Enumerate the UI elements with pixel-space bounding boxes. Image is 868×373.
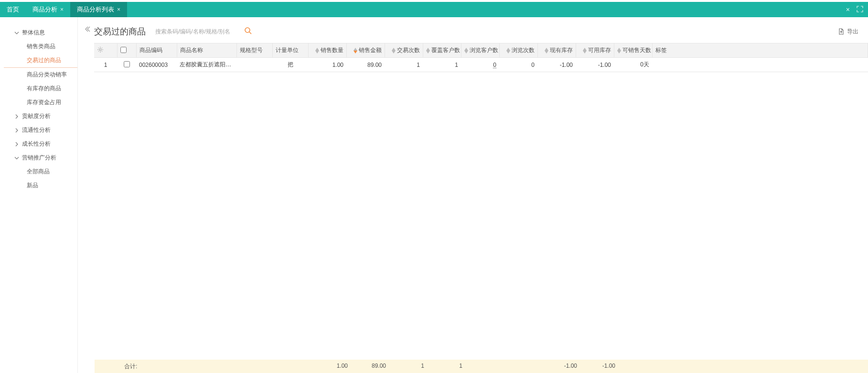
- cell-spec: [236, 58, 272, 72]
- footer-avail: -1.00: [580, 362, 618, 370]
- fullscreen-icon[interactable]: [857, 6, 863, 14]
- data-table: 商品编码 商品名称 规格型号 计量单位 销售数量 销售金额 交易次数 覆盖客户数…: [94, 43, 868, 72]
- chevron-right-icon: [14, 128, 19, 133]
- svg-point-0: [245, 28, 250, 32]
- sidebar-item-all-products[interactable]: 全部商品: [4, 165, 77, 179]
- summary-footer: 合计: 1.00 89.00 1 1 -1.00 -1.00: [95, 360, 868, 373]
- search-input[interactable]: [154, 26, 240, 37]
- col-cust[interactable]: 覆盖客户数: [423, 43, 461, 58]
- col-browse-cnt[interactable]: 浏览次数: [499, 43, 537, 58]
- page-title: 交易过的商品: [94, 26, 146, 37]
- export-icon: [838, 28, 845, 35]
- sidebar-group-overview[interactable]: 整体信息: [4, 26, 77, 40]
- sidebar-group-label: 成长性分析: [22, 140, 51, 148]
- sort-icon: [617, 48, 621, 53]
- sidebar-group-label: 整体信息: [22, 29, 45, 37]
- sidebar: 整体信息 销售类商品 交易过的商品 商品分类动销率 有库存的商品 库存资金占用 …: [4, 17, 78, 373]
- sidebar-group-label: 贡献度分析: [22, 112, 51, 120]
- sidebar-group-growth[interactable]: 成长性分析: [4, 137, 77, 151]
- col-settings[interactable]: [94, 43, 117, 58]
- close-icon[interactable]: ×: [60, 2, 64, 17]
- sidebar-group-marketing[interactable]: 营销推广分析: [4, 151, 77, 165]
- col-avail[interactable]: 可用库存: [576, 43, 614, 58]
- col-stock[interactable]: 现有库存: [537, 43, 576, 58]
- cell-cust: 1: [423, 58, 461, 72]
- gear-icon: [97, 48, 104, 54]
- sidebar-group-label: 营销推广分析: [22, 154, 56, 162]
- cell-name: 左都胶囊五折遮阳伞防晒伞;: [177, 58, 236, 72]
- sidebar-group-liquidity[interactable]: 流通性分析: [4, 123, 77, 137]
- svg-point-2: [99, 49, 101, 51]
- sidebar-item-sales-products[interactable]: 销售类商品: [4, 40, 77, 53]
- tab-product-analysis[interactable]: 商品分析×: [26, 2, 70, 17]
- row-checkbox[interactable]: [124, 61, 130, 67]
- cell-tag: [652, 58, 868, 72]
- cell-days: 0天: [614, 58, 652, 72]
- sidebar-item-new-products[interactable]: 新品: [4, 179, 77, 192]
- sort-icon: [315, 48, 319, 53]
- col-code[interactable]: 商品编码: [136, 43, 177, 58]
- cell-checkbox[interactable]: [117, 58, 136, 72]
- sort-icon: [464, 48, 468, 53]
- col-qty[interactable]: 销售数量: [308, 43, 346, 58]
- col-browse-cust[interactable]: 浏览客户数: [461, 43, 499, 58]
- cell-qty: 1.00: [308, 58, 346, 72]
- sort-icon: [426, 48, 430, 53]
- export-button[interactable]: 导出: [838, 28, 858, 36]
- cell-amount: 89.00: [346, 58, 385, 72]
- chevron-down-icon: [14, 31, 19, 35]
- tab-bar: 首页 商品分析× 商品分析列表× ×: [0, 2, 868, 17]
- sidebar-item-stock-funds[interactable]: 库存资金占用: [4, 96, 77, 109]
- col-name[interactable]: 商品名称: [177, 43, 236, 58]
- footer-cust: 1: [427, 362, 465, 370]
- cell-stock: -1.00: [537, 58, 576, 72]
- footer-stock: -1.00: [542, 362, 580, 370]
- sort-icon: [392, 48, 396, 53]
- footer-qty: 1.00: [312, 362, 351, 370]
- cell-code: 002600003: [136, 58, 177, 72]
- footer-txn: 1: [389, 362, 427, 370]
- table-row[interactable]: 1 002600003 左都胶囊五折遮阳伞防晒伞; 把 1.00 89.00 1…: [94, 58, 868, 72]
- cell-txn: 1: [385, 58, 423, 72]
- chevron-right-icon: [14, 142, 19, 147]
- close-icon[interactable]: ×: [117, 2, 120, 17]
- sidebar-item-traded-products[interactable]: 交易过的商品: [4, 53, 77, 68]
- chevron-down-icon: [14, 156, 19, 160]
- sidebar-group-contribution[interactable]: 贡献度分析: [4, 109, 77, 123]
- footer-label: 合计:: [121, 362, 140, 370]
- col-txn[interactable]: 交易次数: [385, 43, 423, 58]
- sidebar-group-label: 流通性分析: [22, 126, 51, 134]
- sort-icon: [583, 48, 587, 53]
- cell-index: 1: [94, 58, 117, 72]
- col-unit[interactable]: 计量单位: [272, 43, 308, 58]
- sort-icon: [545, 48, 548, 53]
- tab-product-analysis-list[interactable]: 商品分析列表×: [70, 2, 127, 17]
- checkbox-all[interactable]: [120, 47, 127, 53]
- footer-amount: 89.00: [351, 362, 389, 370]
- tabbar-close-icon[interactable]: ×: [846, 6, 850, 13]
- cell-unit: 把: [272, 58, 308, 72]
- cell-avail: -1.00: [576, 58, 614, 72]
- col-tag[interactable]: 标签: [652, 43, 868, 58]
- chevron-right-icon: [14, 114, 19, 119]
- svg-line-1: [249, 32, 251, 34]
- sidebar-item-in-stock[interactable]: 有库存的商品: [4, 82, 77, 96]
- search-icon[interactable]: [244, 27, 252, 36]
- tab-home[interactable]: 首页: [0, 2, 26, 17]
- col-days[interactable]: 可销售天数: [614, 43, 652, 58]
- col-checkbox-all[interactable]: [117, 43, 136, 58]
- col-spec[interactable]: 规格型号: [236, 43, 272, 58]
- sort-icon: [506, 48, 510, 53]
- export-label: 导出: [847, 28, 858, 36]
- sidebar-item-turnover-rate[interactable]: 商品分类动销率: [4, 68, 77, 82]
- col-amount[interactable]: 销售金额: [346, 43, 385, 58]
- sort-icon: [354, 48, 357, 53]
- cell-browse-cust[interactable]: 0: [461, 58, 499, 72]
- cell-browse-cnt: 0: [499, 58, 537, 72]
